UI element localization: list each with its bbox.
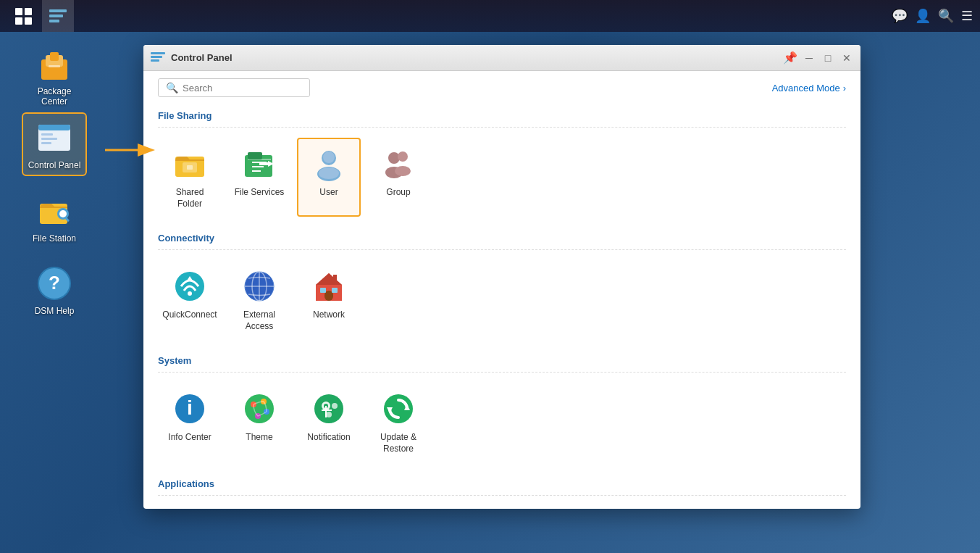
control-panel-label: Control Panel (28, 160, 81, 170)
package-center-label: Package Center (26, 86, 83, 107)
item-file-services-label: File Services (235, 187, 285, 199)
item-update-restore[interactable]: Update &Restore (367, 383, 430, 462)
cp-close-button[interactable]: ✕ (840, 51, 853, 65)
item-user-label: User (319, 187, 338, 199)
svg-rect-44 (332, 288, 338, 293)
item-group[interactable]: Group (367, 138, 430, 217)
desktop-icon-control-panel[interactable]: Control Panel (22, 112, 87, 176)
svg-point-55 (332, 403, 338, 409)
item-theme-label: Theme (246, 432, 272, 444)
quickconnect-icon (171, 267, 209, 305)
svg-rect-2 (50, 52, 59, 61)
info-center-icon: i (171, 390, 209, 428)
taskbar: 💬 👤 🔍 ☰ (0, 0, 980, 32)
search-icon: 🔍 (166, 82, 178, 93)
dsm-help-label: DSM Help (35, 306, 75, 316)
section-system: System (158, 351, 846, 373)
item-notification[interactable]: Notification (297, 383, 361, 462)
item-external-access-label: External Access (233, 309, 285, 332)
applications-items: IndexingService (158, 506, 846, 509)
desktop-icon-package-center[interactable]: Package Center (22, 40, 87, 112)
svg-point-27 (319, 167, 339, 179)
cp-pin-button[interactable]: 📌 (784, 51, 797, 65)
taskbar-app-switcher[interactable] (7, 0, 39, 32)
search-icon[interactable]: 🔍 (938, 8, 954, 24)
cp-titlebar: Control Panel 📌 ─ □ ✕ (143, 45, 860, 71)
arrow-indicator (101, 139, 159, 161)
item-user[interactable]: User (297, 138, 361, 217)
grid-icon (15, 8, 32, 25)
item-shared-folder[interactable]: SharedFolder (158, 138, 222, 217)
section-file-sharing: File Sharing (158, 106, 846, 128)
cp-toolbar: 🔍 Advanced Mode › (143, 71, 860, 97)
file-services-icon (240, 145, 278, 183)
item-indexing-service[interactable]: IndexingService (158, 506, 222, 509)
svg-text:i: i (187, 396, 193, 419)
cp-minimize-button[interactable]: ─ (803, 51, 816, 65)
update-restore-icon (380, 390, 417, 428)
svg-rect-23 (259, 162, 268, 165)
cp-title-icon (151, 52, 165, 64)
svg-rect-19 (187, 165, 193, 170)
item-group-label: Group (386, 187, 410, 199)
cp-body: File Sharing SharedFolder (143, 97, 860, 509)
item-theme[interactable]: Theme (227, 383, 291, 462)
file-sharing-items: SharedFolder F (158, 138, 846, 217)
file-station-label: File Station (33, 233, 76, 244)
cp-search-box[interactable]: 🔍 (158, 78, 310, 97)
svg-point-56 (326, 412, 332, 417)
item-notification-label: Notification (307, 432, 350, 444)
advanced-mode-label: Advanced Mode (772, 83, 840, 93)
item-file-services[interactable]: File Services (227, 138, 291, 217)
dsm-help-icon: ? (35, 264, 74, 303)
item-info-center[interactable]: i Info Center (158, 383, 222, 462)
svg-point-31 (395, 166, 411, 176)
svg-rect-41 (333, 275, 337, 280)
item-quickconnect-label: QuickConnect (162, 309, 217, 321)
chevron-right-icon: › (843, 83, 846, 93)
svg-point-26 (323, 151, 335, 163)
file-station-icon (35, 191, 74, 230)
svg-rect-21 (248, 152, 262, 159)
control-panel-icon (35, 118, 74, 157)
advanced-mode-button[interactable]: Advanced Mode › (772, 83, 846, 93)
section-connectivity: Connectivity (158, 228, 846, 250)
svg-rect-3 (49, 65, 60, 67)
cp-title-controls: 📌 ─ □ ✕ (784, 51, 853, 65)
group-icon (380, 145, 417, 183)
item-shared-folder-label: SharedFolder (176, 187, 204, 209)
package-center-icon (35, 44, 74, 83)
chat-icon[interactable]: 💬 (892, 8, 908, 24)
item-network-label: Network (313, 309, 345, 321)
network-icon (310, 267, 348, 305)
taskbar-right-icons: 💬 👤 🔍 ☰ (892, 8, 973, 24)
item-update-restore-label: Update &Restore (380, 432, 416, 454)
menu-icon[interactable]: ☰ (961, 8, 973, 24)
desktop-icon-dsm-help[interactable]: ? DSM Help (22, 259, 87, 320)
svg-rect-6 (41, 133, 53, 136)
item-network[interactable]: Network (297, 260, 361, 339)
svg-marker-40 (316, 273, 342, 285)
svg-rect-43 (320, 288, 326, 293)
user-icon (310, 145, 348, 183)
taskbar-apps (7, 0, 74, 32)
item-external-access[interactable]: External Access (227, 260, 291, 339)
cp-title-text: Control Panel (171, 52, 233, 63)
cp-maximize-button[interactable]: □ (821, 51, 834, 65)
connectivity-items: QuickConnect External Access (158, 260, 846, 339)
svg-text:?: ? (49, 272, 60, 294)
user-icon[interactable]: 👤 (915, 8, 931, 24)
desktop-icon-file-station[interactable]: File Station (22, 187, 87, 248)
item-info-center-label: Info Center (168, 432, 211, 444)
cp-title-left: Control Panel (151, 52, 233, 64)
taskbar-control-panel[interactable] (42, 0, 74, 32)
svg-rect-7 (41, 138, 57, 140)
svg-point-33 (188, 291, 192, 296)
svg-point-11 (59, 210, 67, 217)
item-quickconnect[interactable]: QuickConnect (158, 260, 222, 339)
notification-icon (310, 390, 348, 428)
search-input[interactable] (183, 83, 302, 93)
shared-folder-icon (171, 145, 209, 183)
section-applications: Applications (158, 474, 846, 496)
system-items: i Info Center Theme (158, 383, 846, 462)
